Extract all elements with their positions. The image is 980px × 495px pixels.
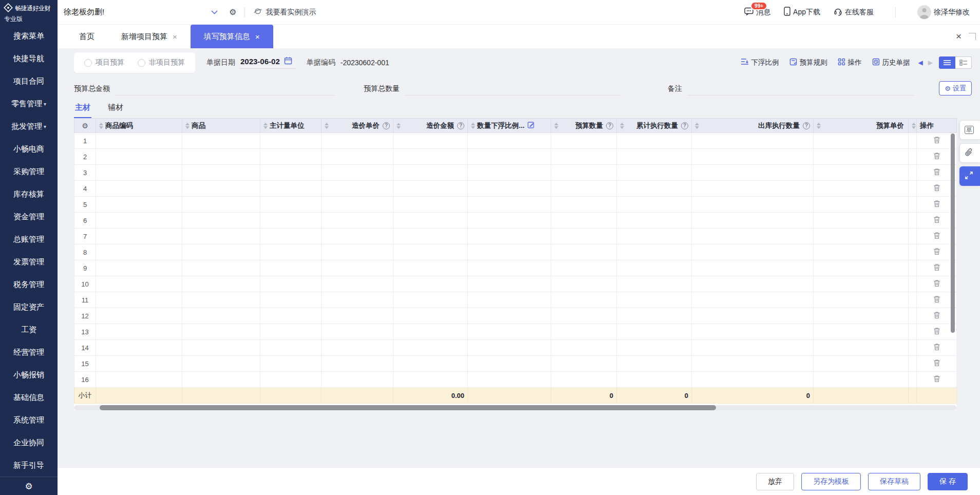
delete-row-icon[interactable] [933,375,940,384]
cell-budget_qty[interactable] [551,260,617,276]
cell-unit[interactable] [260,181,322,197]
cell-float_ratio[interactable] [468,260,551,276]
horizontal-scrollbar-track[interactable] [74,405,956,410]
cell-budget_qty[interactable] [551,292,617,308]
cell-budget_price[interactable] [814,181,909,197]
sort-icon[interactable] [912,123,916,129]
cell-code[interactable] [96,197,182,213]
cell-extra[interactable] [909,260,917,276]
cell-float_ratio[interactable] [468,340,551,356]
demo-link[interactable]: 我要看实例演示 [253,8,316,17]
cell-out_qty[interactable] [692,197,814,213]
attachment-button[interactable] [959,143,980,163]
col-header-cost_amount[interactable]: 造价金额? [393,119,468,133]
cell-unit[interactable] [260,340,322,356]
cell-cost_price[interactable] [322,197,393,213]
cell-cost_amount[interactable] [393,292,468,308]
cell-extra[interactable] [909,292,917,308]
cell-cum_qty[interactable] [617,276,692,292]
sidebar-item[interactable]: 总账管理 [0,228,58,251]
cell-cum_qty[interactable] [617,340,692,356]
edit-icon[interactable] [527,121,535,130]
cell-extra[interactable] [909,340,917,356]
cell-budget_price[interactable] [814,213,909,229]
vertical-scrollbar[interactable] [951,134,955,333]
cell-unit[interactable] [260,276,322,292]
cell-cost_amount[interactable] [393,213,468,229]
col-header-ops[interactable]: 操作 [917,119,957,133]
cell-float_ratio[interactable] [468,292,551,308]
cell-name[interactable] [182,133,260,149]
cell-code[interactable] [96,133,182,149]
cell-out_qty[interactable] [692,356,814,372]
cell-ops[interactable] [917,356,957,372]
cell-unit[interactable] [260,324,322,340]
cell-float_ratio[interactable] [468,197,551,213]
cell-out_qty[interactable] [692,292,814,308]
cell-budget_qty[interactable] [551,133,617,149]
cell-code[interactable] [96,244,182,260]
cell-cost_amount[interactable] [393,244,468,260]
cell-name[interactable] [182,340,260,356]
cell-float_ratio[interactable] [468,229,551,244]
doc-date-field[interactable]: 2023-06-02 [239,56,295,69]
col-header-out_qty[interactable]: 出库执行数量? [692,119,814,133]
cell-name[interactable] [182,149,260,165]
remark-input[interactable] [687,83,914,96]
delete-row-icon[interactable] [933,295,940,304]
tab-首页[interactable]: 首页 [66,25,108,48]
col-header-cum_qty[interactable]: 累计执行数量? [617,119,692,133]
cell-cost_price[interactable] [322,181,393,197]
cell-out_qty[interactable] [692,324,814,340]
expand-button[interactable] [959,166,980,186]
sidebar-item[interactable]: 库存核算 [0,183,58,205]
cell-cum_qty[interactable] [617,181,692,197]
cell-budget_qty[interactable] [551,372,617,388]
cell-budget_qty[interactable] [551,197,617,213]
sidebar-item[interactable]: 项目合同 [0,70,58,92]
cell-out_qty[interactable] [692,165,814,181]
cell-extra[interactable] [909,133,917,149]
cell-out_qty[interactable] [692,181,814,197]
sidebar-item[interactable]: 采购管理 [0,160,58,183]
cell-float_ratio[interactable] [468,356,551,372]
col-header-budget_qty[interactable]: 预算数量? [551,119,617,133]
cell-name[interactable] [182,229,260,244]
cell-unit[interactable] [260,308,322,324]
cell-cum_qty[interactable] [617,133,692,149]
cell-cum_qty[interactable] [617,356,692,372]
cell-cost_price[interactable] [322,340,393,356]
col-header-cost_price[interactable]: 造价单价? [322,119,393,133]
radio-non-project-budget[interactable]: 非项目预算 [138,58,185,67]
cell-budget_qty[interactable] [551,213,617,229]
sort-icon[interactable] [397,123,401,129]
cell-budget_qty[interactable] [551,165,617,181]
settings-button[interactable]: ⚙ 设置 [939,81,972,96]
cell-extra[interactable] [909,276,917,292]
cell-cum_qty[interactable] [617,197,692,213]
cell-cost_price[interactable] [322,356,393,372]
delete-row-icon[interactable] [933,343,940,352]
cell-budget_qty[interactable] [551,276,617,292]
cell-out_qty[interactable] [692,308,814,324]
col-header-extra[interactable] [909,119,917,133]
col-header-budget_price[interactable]: 预算单价 [814,119,909,133]
cell-unit[interactable] [260,197,322,213]
cell-float_ratio[interactable] [468,372,551,388]
save-button[interactable]: 保 存 [928,473,968,490]
cell-unit[interactable] [260,292,322,308]
delete-row-icon[interactable] [933,311,940,320]
cell-budget_price[interactable] [814,260,909,276]
prev-arrow-icon[interactable]: ◀ [918,59,923,66]
cell-cost_amount[interactable] [393,308,468,324]
cell-unit[interactable] [260,133,322,149]
sort-icon[interactable] [263,123,268,129]
cell-name[interactable] [182,276,260,292]
toolbar-action[interactable]: 下浮比例 [741,58,779,67]
tab-填写预算信息[interactable]: 填写预算信息× [191,25,273,48]
sidebar-item[interactable]: 经营管理 [0,341,58,364]
sidebar-item[interactable]: 资金管理 [0,205,58,228]
cell-unit[interactable] [260,149,322,165]
cell-name[interactable] [182,372,260,388]
sort-icon[interactable] [325,123,329,129]
